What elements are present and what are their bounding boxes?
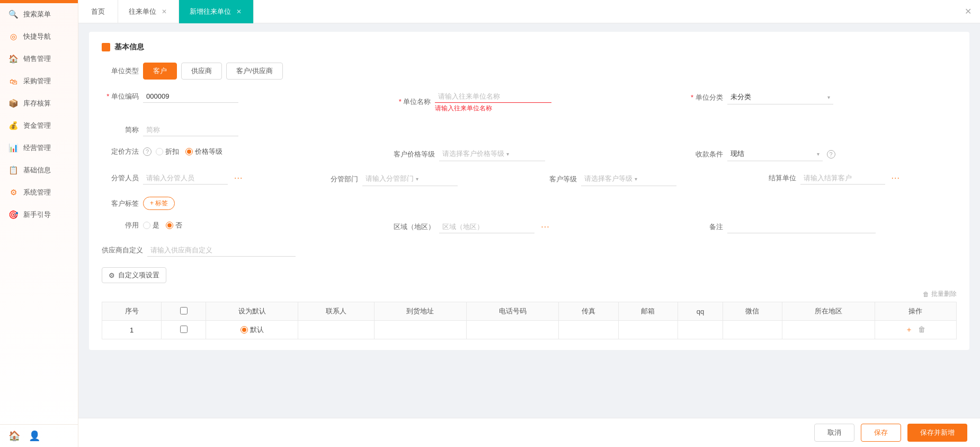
disable-field: 停用 是 否	[102, 221, 372, 230]
sidebar-item-finance[interactable]: 💰 资金管理	[0, 115, 78, 137]
radio-disable-no[interactable]: 否	[166, 221, 182, 230]
sidebar-item-label-inventory: 库存核算	[23, 99, 51, 108]
sidebar-item-label-purchase: 采购管理	[23, 76, 51, 86]
guide-icon: 🎯	[8, 210, 18, 220]
unit-code-label: 单位编码	[102, 92, 139, 101]
inventory-icon: 📦	[8, 99, 18, 108]
custom-settings-row: ⚙ 自定义项设置	[102, 267, 957, 283]
tags-row: 客户标签 + 标签	[102, 197, 957, 210]
settlement-input[interactable]	[800, 172, 885, 185]
user-bottom-icon[interactable]: 👤	[29, 430, 40, 442]
sidebar-item-purchase[interactable]: 🛍 采购管理	[0, 70, 78, 92]
sidebar-item-quick-nav[interactable]: ◎ 快捷导航	[0, 25, 78, 48]
th-qq: qq	[678, 302, 723, 321]
pricing-help-icon[interactable]: ?	[143, 147, 152, 156]
remark-label: 备注	[686, 222, 723, 232]
tab-partner-list[interactable]: 往来单位 ✕	[118, 0, 179, 23]
save-button[interactable]: 保存	[861, 424, 901, 442]
tab-partner-new-close[interactable]: ✕	[235, 8, 243, 15]
home-bottom-icon[interactable]: 🏠	[8, 430, 20, 442]
default-radio[interactable]: 默认	[211, 325, 292, 335]
radio-disable-yes-outer	[143, 222, 150, 229]
th-address: 到货地址	[374, 302, 466, 321]
radio-disable-yes[interactable]: 是	[143, 221, 159, 230]
unit-name-wrap: 请输入往来单位名称	[435, 90, 551, 113]
th-default: 设为默认	[206, 302, 298, 321]
select-all-checkbox[interactable]	[180, 307, 188, 314]
unit-code-input[interactable]	[143, 90, 238, 103]
add-tag-button[interactable]: + 标签	[143, 197, 175, 210]
td-region	[782, 321, 875, 339]
delete-row-icon[interactable]: 🗑	[916, 325, 927, 334]
tab-partner-new[interactable]: 新增往来单位 ✕	[179, 0, 254, 23]
radio-price-level-label: 价格等级	[195, 147, 222, 156]
customer-level-select[interactable]: 请选择客户等级 ▾	[581, 172, 676, 186]
batch-delete-area[interactable]: 🗑 批量删除	[102, 290, 957, 299]
unit-code-field: 单位编码	[102, 90, 372, 103]
radio-price-level[interactable]: 价格等级	[185, 147, 222, 156]
type-btn-both[interactable]: 客户/供应商	[226, 63, 283, 80]
settlement-more-icon[interactable]: ···	[889, 173, 902, 183]
manager-input[interactable]	[143, 172, 228, 185]
sidebar-item-label-finance: 资金管理	[23, 121, 51, 130]
remark-input[interactable]	[727, 221, 876, 233]
type-btn-supplier[interactable]: 供应商	[181, 63, 222, 80]
td-phone	[467, 321, 559, 339]
sidebar-item-system[interactable]: ⚙ 系统管理	[0, 181, 78, 204]
radio-price-level-outer	[185, 148, 193, 155]
payment-help-icon[interactable]: ?	[827, 150, 835, 159]
td-checkbox	[162, 321, 206, 339]
tab-partner-list-close[interactable]: ✕	[161, 8, 168, 15]
sidebar-item-label-operations: 经营管理	[23, 143, 51, 153]
save-new-button[interactable]: 保存并新增	[907, 424, 967, 442]
sidebar-item-inventory[interactable]: 📦 库存核算	[0, 92, 78, 115]
supplier-custom-input[interactable]	[147, 244, 296, 257]
short-name-input[interactable]	[143, 124, 238, 136]
region-input[interactable]	[439, 221, 534, 233]
th-email: 邮箱	[618, 302, 678, 321]
th-fax: 传真	[559, 302, 618, 321]
row-checkbox[interactable]	[180, 326, 188, 333]
type-btn-customer[interactable]: 客户	[143, 63, 177, 80]
customer-price-level-select[interactable]: 请选择客户价格等级 ▾	[439, 147, 545, 161]
chevron-down-icon4: ▾	[416, 176, 418, 182]
radio-discount-outer	[156, 148, 163, 155]
manager-more-icon[interactable]: ···	[232, 173, 245, 183]
radio-disable-yes-label: 是	[153, 221, 159, 230]
sidebar-item-basic-info[interactable]: 📋 基础信息	[0, 159, 78, 181]
unit-name-input[interactable]	[435, 90, 551, 103]
payment-terms-select[interactable]: 现结 ▾	[727, 147, 823, 161]
batch-delete-icon: 🗑	[923, 291, 929, 298]
disable-row: 停用 是 否 区	[102, 221, 957, 233]
dept-select[interactable]: 请输入分管部门 ▾	[362, 172, 458, 186]
manager-label: 分管人员	[102, 173, 139, 183]
sidebar-item-sales[interactable]: 🏠 销售管理	[0, 48, 78, 70]
region-more-icon[interactable]: ···	[539, 222, 551, 232]
cancel-button[interactable]: 取消	[814, 424, 854, 442]
custom-settings-button[interactable]: ⚙ 自定义项设置	[102, 267, 166, 283]
settlement-label: 结算单位	[759, 173, 796, 183]
pricing-row: 定价方法 ? 折扣 价格等级	[102, 147, 957, 161]
th-region: 所在地区	[782, 302, 875, 321]
radio-discount[interactable]: 折扣	[156, 147, 179, 156]
chevron-down-icon: ▾	[827, 94, 830, 100]
tab-home[interactable]: 首页	[78, 0, 118, 23]
add-row-icon[interactable]: ＋	[904, 325, 914, 334]
unit-category-select[interactable]: 未分类 ▾	[727, 90, 833, 104]
chevron-down-icon2: ▾	[506, 151, 509, 157]
sidebar-item-label-search: 搜索菜单	[23, 10, 51, 19]
sidebar-item-search[interactable]: 🔍 搜索菜单	[0, 3, 78, 25]
unit-name-label: 单位名称	[394, 97, 431, 107]
tab-bar-close-all[interactable]: ✕	[956, 6, 980, 16]
unit-category-label: 单位分类	[686, 93, 723, 102]
sidebar-item-operations[interactable]: 📊 经营管理	[0, 137, 78, 159]
disable-radio-group: 是 否	[143, 221, 182, 230]
disable-label: 停用	[102, 221, 139, 230]
radio-price-level-inner	[187, 150, 191, 154]
payment-terms-value: 现结	[730, 149, 815, 159]
sidebar-item-guide[interactable]: 🎯 新手引导	[0, 204, 78, 226]
customer-price-level-placeholder: 请选择客户价格等级	[442, 149, 504, 159]
th-wechat: 微信	[723, 302, 782, 321]
pricing-method-label: 定价方法	[102, 147, 139, 156]
sidebar-item-label-guide: 新手引导	[23, 210, 51, 220]
